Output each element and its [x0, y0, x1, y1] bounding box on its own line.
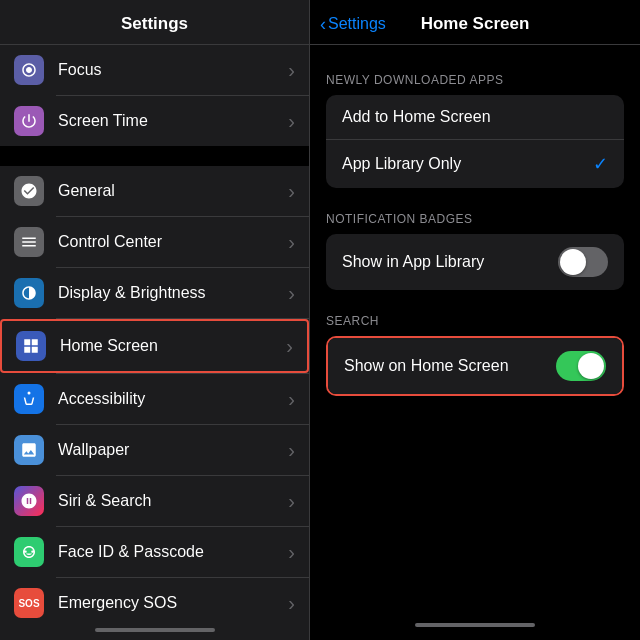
right-header: ‹ Settings Home Screen: [310, 0, 640, 45]
general-chevron: [288, 180, 295, 203]
homescreen-icon: [16, 331, 46, 361]
settings-list: Focus Screen Time General Control Center: [0, 45, 309, 620]
show-on-home-row: Show on Home Screen: [328, 338, 622, 394]
accessibility-icon: [14, 384, 44, 414]
sos-chevron: [288, 592, 295, 615]
sos-icon: SOS: [14, 588, 44, 618]
sidebar-item-homescreen[interactable]: Home Screen: [0, 319, 309, 373]
screentime-label: Screen Time: [58, 112, 288, 130]
home-bar-right: [415, 623, 535, 627]
right-title: Home Screen: [421, 14, 530, 34]
sidebar-item-focus[interactable]: Focus: [0, 45, 309, 95]
app-library-label: App Library Only: [342, 155, 593, 173]
focus-chevron: [288, 59, 295, 82]
sidebar-item-wallpaper[interactable]: Wallpaper: [0, 425, 309, 475]
home-screen-panel: ‹ Settings Home Screen Newly Downloaded …: [310, 0, 640, 640]
show-in-library-label: Show in App Library: [342, 253, 558, 271]
search-highlighted-section: Show on Home Screen: [326, 336, 624, 396]
section-divider-1: [0, 146, 309, 166]
sidebar-item-sos[interactable]: SOS Emergency SOS: [0, 578, 309, 620]
checkmark-icon: ✓: [593, 153, 608, 175]
screentime-chevron: [288, 110, 295, 133]
show-on-home-toggle[interactable]: [556, 351, 606, 381]
sidebar-item-accessibility[interactable]: Accessibility: [0, 374, 309, 424]
faceid-chevron: [288, 541, 295, 564]
siri-icon: [14, 486, 44, 516]
control-label: Control Center: [58, 233, 288, 251]
show-in-library-toggle[interactable]: [558, 247, 608, 277]
search-group: Show on Home Screen: [328, 338, 622, 394]
sidebar-item-faceid[interactable]: Face ID & Passcode: [0, 527, 309, 577]
right-bottom: [310, 610, 640, 640]
accessibility-label: Accessibility: [58, 390, 288, 408]
general-label: General: [58, 182, 288, 200]
accessibility-chevron: [288, 388, 295, 411]
screentime-icon: [14, 106, 44, 136]
search-header: Search: [310, 314, 640, 336]
control-icon: [14, 227, 44, 257]
faceid-label: Face ID & Passcode: [58, 543, 288, 561]
add-to-home-label: Add to Home Screen: [342, 108, 608, 126]
homescreen-label: Home Screen: [60, 337, 286, 355]
back-button[interactable]: ‹ Settings: [320, 14, 386, 35]
wallpaper-label: Wallpaper: [58, 441, 288, 459]
control-chevron: [288, 231, 295, 254]
add-to-home-row[interactable]: Add to Home Screen: [326, 95, 624, 139]
wallpaper-chevron: [288, 439, 295, 462]
focus-icon: [14, 55, 44, 85]
faceid-icon: [14, 537, 44, 567]
sidebar-item-siri[interactable]: Siri & Search: [0, 476, 309, 526]
sos-label: Emergency SOS: [58, 594, 288, 612]
wallpaper-icon: [14, 435, 44, 465]
homescreen-chevron: [286, 335, 293, 358]
display-chevron: [288, 282, 295, 305]
notification-badges-header: Notification Badges: [310, 212, 640, 234]
settings-panel: Settings Focus Screen Time General: [0, 0, 310, 640]
focus-label: Focus: [58, 61, 288, 79]
sidebar-item-general[interactable]: General: [0, 166, 309, 216]
home-bar: [95, 628, 215, 632]
siri-label: Siri & Search: [58, 492, 288, 510]
home-indicator-left: [0, 620, 309, 640]
display-label: Display & Brightness: [58, 284, 288, 302]
show-in-library-row: Show in App Library: [326, 234, 624, 290]
toggle-knob: [560, 249, 586, 275]
toggle-knob-on: [578, 353, 604, 379]
left-header: Settings: [0, 0, 309, 45]
left-title: Settings: [121, 14, 188, 33]
general-icon: [14, 176, 44, 206]
sidebar-item-screentime[interactable]: Screen Time: [0, 96, 309, 146]
right-content: Newly Downloaded Apps Add to Home Screen…: [310, 45, 640, 610]
back-chevron-icon: ‹: [320, 14, 326, 35]
display-icon: [14, 278, 44, 308]
show-on-home-label: Show on Home Screen: [344, 357, 556, 375]
app-library-row[interactable]: App Library Only ✓: [326, 139, 624, 188]
back-label: Settings: [328, 15, 386, 33]
sidebar-item-control[interactable]: Control Center: [0, 217, 309, 267]
sidebar-item-display[interactable]: Display & Brightness: [0, 268, 309, 318]
siri-chevron: [288, 490, 295, 513]
notification-badges-group: Show in App Library: [326, 234, 624, 290]
newly-downloaded-group: Add to Home Screen App Library Only ✓: [326, 95, 624, 188]
newly-downloaded-header: Newly Downloaded Apps: [310, 73, 640, 95]
